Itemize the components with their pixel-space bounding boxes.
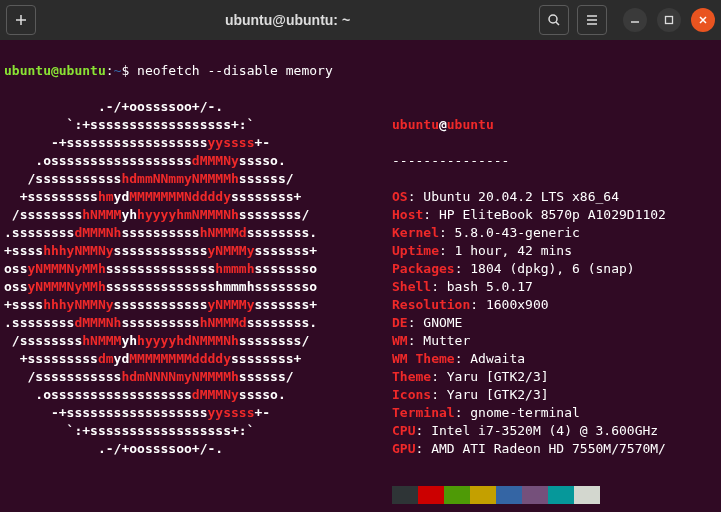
terminal-output[interactable]: ubuntu@ubuntu:~$ neofetch --disable memo… (0, 40, 721, 512)
search-button[interactable] (539, 5, 569, 35)
color-swatch (574, 486, 600, 504)
close-button[interactable] (691, 8, 715, 32)
info-field: WM Theme: Adwaita (392, 350, 666, 368)
color-swatch (392, 486, 418, 504)
info-field: Host: HP EliteBook 8570p A1029D1102 (392, 206, 666, 224)
info-field: Resolution: 1600x900 (392, 296, 666, 314)
window-title: ubuntu@ubuntu: ~ (44, 11, 531, 29)
info-host: ubuntu (447, 117, 494, 132)
info-field: Uptime: 1 hour, 42 mins (392, 242, 666, 260)
color-swatch (418, 486, 444, 504)
ascii-logo: .-/+oossssoo+/-. `:+ssssssssssssssssss+:… (4, 98, 392, 512)
info-field: OS: Ubuntu 20.04.2 LTS x86_64 (392, 188, 666, 206)
prompt-line: ubuntu@ubuntu:~$ neofetch --disable memo… (4, 62, 717, 80)
system-info: ubuntu@ubuntu --------------- OS: Ubuntu… (392, 98, 666, 512)
info-field: Kernel: 5.8.0-43-generic (392, 224, 666, 242)
color-swatch (496, 486, 522, 504)
color-swatch (470, 486, 496, 504)
svg-point-0 (549, 15, 557, 23)
color-swatch (548, 486, 574, 504)
info-separator: --------------- (392, 152, 666, 170)
new-tab-button[interactable] (6, 5, 36, 35)
svg-rect-1 (666, 17, 673, 24)
info-field: Icons: Yaru [GTK2/3] (392, 386, 666, 404)
info-field: Theme: Yaru [GTK2/3] (392, 368, 666, 386)
color-palette (392, 476, 666, 512)
info-user: ubuntu (392, 117, 439, 132)
info-field: WM: Mutter (392, 332, 666, 350)
titlebar: ubuntu@ubuntu: ~ (0, 0, 721, 40)
info-field: Shell: bash 5.0.17 (392, 278, 666, 296)
color-swatch (522, 486, 548, 504)
info-field: CPU: Intel i7-3520M (4) @ 3.600GHz (392, 422, 666, 440)
menu-button[interactable] (577, 5, 607, 35)
command-text: neofetch --disable memory (137, 63, 333, 78)
minimize-button[interactable] (623, 8, 647, 32)
maximize-button[interactable] (657, 8, 681, 32)
color-swatch (444, 486, 470, 504)
info-field: GPU: AMD ATI Radeon HD 7550M/7570M/ (392, 440, 666, 458)
info-field: Terminal: gnome-terminal (392, 404, 666, 422)
info-field: Packages: 1804 (dpkg), 6 (snap) (392, 260, 666, 278)
info-field: DE: GNOME (392, 314, 666, 332)
